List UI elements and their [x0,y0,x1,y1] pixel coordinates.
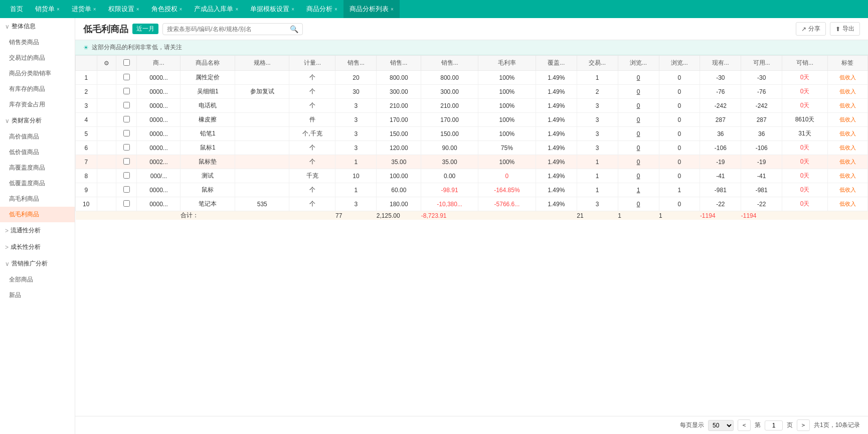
share-button[interactable]: ↗ 分享 [796,22,826,36]
cell-checkbox[interactable] [116,99,137,113]
cell-name: 橡皮擦 [181,113,235,127]
next-page-btn[interactable]: ＞ [797,419,810,431]
cell-sales_profit: 90.00 [421,141,478,155]
views-link[interactable]: 1 [637,187,640,194]
sidebar-item-高价值商品[interactable]: 高价值商品 [0,129,75,144]
views-link[interactable]: 0 [637,144,640,152]
nav-close-icon[interactable]: × [180,7,183,12]
prev-page-btn[interactable]: ＜ [738,419,751,431]
sidebar-item-高毛利商品[interactable]: 高毛利商品 [0,191,75,207]
search-input[interactable] [167,26,290,33]
summary-cell-15: -1194 [741,211,782,220]
sidebar-item-销售类商品[interactable]: 销售类商品 [0,35,75,50]
sidebar-item-商品分类助销率[interactable]: 商品分类助销率 [0,66,75,81]
nav-item-商品分析列表[interactable]: 商品分析列表× [343,0,400,18]
cell-sales_profit: -98.91 [421,183,478,197]
sidebar-item-有库存的商品[interactable]: 有库存的商品 [0,81,75,97]
select-all-checkbox[interactable] [123,59,130,66]
sidebar-item-低毛利商品[interactable]: 低毛利商品 [0,207,75,222]
sidebar-group-成长性分析[interactable]: >成长性分析 [0,239,75,255]
cell-spec [235,99,289,113]
summary-cell-16 [782,211,828,220]
sidebar-item-交易过的商品[interactable]: 交易过的商品 [0,50,75,66]
cell-checkbox[interactable] [116,127,137,141]
nav-item-单据模板设置[interactable]: 单据模板设置× [244,0,300,18]
cell-name: 鼠标垫 [181,155,235,169]
cell-spec [235,113,289,127]
row-checkbox[interactable] [123,158,130,165]
sidebar-item-全部商品[interactable]: 全部商品 [0,272,75,287]
views-link[interactable]: 0 [637,116,640,123]
nav-close-icon[interactable]: × [57,7,60,12]
row-checkbox[interactable] [123,74,130,80]
cell-checkbox[interactable] [116,169,137,183]
row-checkbox[interactable] [123,102,130,108]
cell-sales_profit: 210.00 [421,99,478,113]
sidebar-group-整体信息[interactable]: ∨整体信息 [0,18,75,35]
cell-checkbox[interactable] [116,71,137,85]
nav-close-icon[interactable]: × [334,7,337,12]
nav-item-进货单[interactable]: 进货单× [66,0,102,18]
nav-close-icon[interactable]: × [136,7,139,12]
sidebar-item-高覆盖度商品[interactable]: 高覆盖度商品 [0,160,75,176]
nav-close-icon[interactable]: × [235,7,238,12]
per-page-select[interactable]: 50 100 200 [708,420,734,431]
cell-checkbox[interactable] [116,183,137,197]
cell-tag: 低收入 [827,169,867,183]
sidebar-item-低覆盖度商品[interactable]: 低覆盖度商品 [0,176,75,191]
export-label: 导出 [842,25,854,33]
table-container[interactable]: ⚙商...商品名称规格...计量...销售...销售...销售...毛利率覆盖.… [75,55,868,416]
row-checkbox[interactable] [123,144,130,151]
export-button[interactable]: ⬆ 导出 [830,22,860,36]
nav-close-icon[interactable]: × [391,7,394,12]
nav-close-icon[interactable]: × [93,7,96,12]
sidebar-group-营销推广分析[interactable]: ∨营销推广分析 [0,255,75,272]
nav-item-销货单[interactable]: 销货单× [29,0,66,18]
cell-coverage: 1.49% [536,183,577,197]
nav-item-权限设置[interactable]: 权限设置× [102,0,145,18]
tag-badge: 低收入 [839,201,856,207]
cell-checkbox[interactable] [116,85,137,99]
sidebar-group-流通性分析[interactable]: >流通性分析 [0,222,75,239]
cell-available: -30 [741,71,782,85]
nav-item-商品分析[interactable]: 商品分析× [300,0,343,18]
cell-checkbox[interactable] [116,141,137,155]
cell-checkbox[interactable] [116,155,137,169]
row-checkbox[interactable] [123,88,130,94]
sidebar-item-库存资金占用[interactable]: 库存资金占用 [0,97,75,112]
nav-close-icon[interactable]: × [291,7,294,12]
cell-checkbox[interactable] [116,113,137,127]
cell-current_stock: -981 [700,183,741,197]
views-link[interactable]: 0 [637,88,640,95]
sidebar-item-新品[interactable]: 新品 [0,287,75,303]
sidebar-group-类财富分析[interactable]: ∨类财富分析 [0,112,75,129]
nav-item-首页[interactable]: 首页 [4,0,29,18]
cell-gross_rate: 0 [478,169,536,183]
views-link[interactable]: 0 [637,159,640,166]
page-input[interactable] [765,420,783,430]
row-no: 1 [76,71,97,85]
views-link[interactable]: 0 [637,130,640,137]
views-link[interactable]: 0 [637,173,640,180]
row-checkbox[interactable] [123,130,130,136]
col-settings[interactable]: ⚙ [97,56,116,71]
views-link[interactable]: 0 [637,74,640,81]
cell-code: 0000... [137,71,181,85]
row-checkbox[interactable] [123,116,130,122]
cell-checkbox[interactable] [116,197,137,211]
row-checkbox[interactable] [123,186,130,193]
views-link[interactable]: 0 [637,102,640,109]
nav-item-角色授权[interactable]: 角色授权× [145,0,189,18]
cell-code: 000/... [137,169,181,183]
sellable-days: 0天 [800,186,810,193]
time-filter-btn[interactable]: 近一月 [132,24,158,34]
settings-icon[interactable]: ⚙ [104,60,109,67]
table-row: 8000/...测试千克10100.000.0001.49%100-41-410… [76,169,868,183]
nav-item-产成品入库单[interactable]: 产成品入库单× [188,0,244,18]
cell-sales_count: 3 [335,113,377,127]
sidebar-item-低价值商品[interactable]: 低价值商品 [0,144,75,160]
row-checkbox[interactable] [123,200,130,207]
col-checkbox[interactable] [116,56,137,71]
row-checkbox[interactable] [123,172,130,179]
views-link[interactable]: 0 [637,201,640,208]
